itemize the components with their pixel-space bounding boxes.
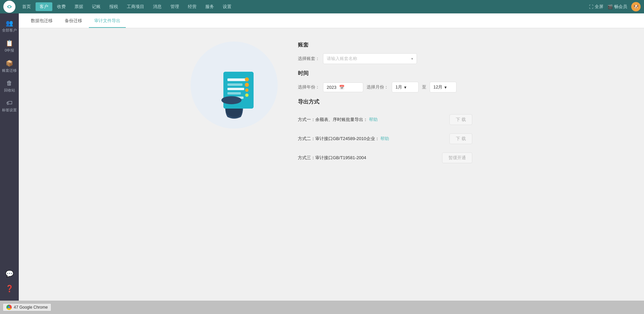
method-2-label: 方式二：审计接口GB/T24589-2010企业： <box>298 136 379 141</box>
method-2-text: 方式二：审计接口GB/T24589-2010企业： 帮助 <box>298 136 389 142</box>
method-2-download-button[interactable]: 下 载 <box>449 133 472 144</box>
fullscreen-button[interactable]: ⛶ 全屏 <box>589 4 603 10</box>
tab-data-migration[interactable]: 数据包迁移 <box>25 14 58 28</box>
method-1-help-link[interactable]: 帮助 <box>369 117 378 122</box>
sidebar-help-icon[interactable]: ❓ <box>3 282 16 295</box>
zero-report-icon: 📋 <box>6 40 13 47</box>
content-area: 数据包迁移 备份迁移 审计文件导出 <box>19 13 644 301</box>
sidebar-item-account-migration[interactable]: 📦 账套迁移 <box>0 56 19 76</box>
month-start-chevron-icon: ▾ <box>404 85 407 90</box>
nav-item-10[interactable]: 服务 <box>201 2 218 11</box>
sidebar-label-zero-report: 0申报 <box>5 48 14 53</box>
tab-backup-migration[interactable]: 备份迁移 <box>59 14 88 28</box>
svg-point-10 <box>245 93 249 97</box>
taskbar-chrome-label: 47 Google Chrome <box>14 305 48 310</box>
illustration <box>191 42 278 129</box>
month-label: 选择月份： <box>367 84 388 90</box>
svg-point-11 <box>221 96 241 104</box>
sidebar-label-migration: 账套迁移 <box>2 68 17 73</box>
method-3-coming-button[interactable]: 暂缓开通 <box>442 152 472 163</box>
sidebar-item-recycle[interactable]: 🗑 回收站 <box>0 76 19 96</box>
export-section-title: 导出方式 <box>298 99 472 106</box>
account-chevron-icon: ▾ <box>411 57 413 61</box>
nav-menu: 首页客户收费票据记账报税工商项目消息管理经营服务设置 <box>18 2 589 11</box>
svg-point-9 <box>245 88 249 92</box>
method-1-text: 方式一：余额表、序时账批量导出： 帮助 <box>298 117 378 123</box>
sidebar-message-icon[interactable]: 💬 <box>3 267 16 280</box>
sidebar-label-recycle: 回收站 <box>4 88 15 93</box>
method-3-text: 方式三：审计接口GB/T19581-2004 <box>298 155 366 161</box>
svg-rect-2 <box>227 78 246 81</box>
account-label: 选择账套： <box>298 56 320 62</box>
nav-item-4[interactable]: 记账 <box>88 2 105 11</box>
account-section-title: 账套 <box>298 42 472 49</box>
sidebar-item-zero-report[interactable]: 📋 0申报 <box>0 36 19 56</box>
account-row: 选择账套： 请输入账套名称 ▾ <box>298 53 472 64</box>
page-content: 账套 选择账套： 请输入账套名称 ▾ 时间 选择年份： 2023 <box>19 28 644 301</box>
chrome-icon <box>6 305 12 310</box>
nav-item-3[interactable]: 票据 <box>70 2 87 11</box>
sidebar-label-tags: 标签设置 <box>2 108 17 113</box>
tabs-bar: 数据包迁移 备份迁移 审计文件导出 <box>19 13 644 28</box>
nav-item-1[interactable]: 客户 <box>36 2 52 11</box>
month-start-select[interactable]: 1月 ▾ <box>392 82 419 92</box>
sidebar-item-tag-settings[interactable]: 🏷 标签设置 <box>0 96 19 116</box>
top-nav: 首页客户收费票据记账报税工商项目消息管理经营服务设置 ⛶ 全屏 🎬 畅会员 🐶 <box>0 0 644 13</box>
month-start-value: 1月 <box>395 84 402 90</box>
nav-item-8[interactable]: 管理 <box>166 2 183 11</box>
year-label: 选择年份： <box>298 84 320 90</box>
export-method-1: 方式一：余额表、序时账批量导出： 帮助 下 载 <box>298 110 472 129</box>
method-3-label: 方式三：审计接口GB/T19581-2004 <box>298 155 366 160</box>
sidebar-bottom: 💬 ❓ <box>0 267 19 301</box>
year-value: 2023 <box>327 85 336 90</box>
time-row: 选择年份： 2023 📅 选择月份： 1月 ▾ 至 12月 <box>298 82 472 92</box>
year-input[interactable]: 2023 📅 <box>323 82 363 92</box>
to-text: 至 <box>422 84 426 90</box>
taskbar-chrome[interactable]: 47 Google Chrome <box>3 303 51 311</box>
svg-point-7 <box>245 77 249 81</box>
vip-button[interactable]: 🎬 畅会员 <box>607 4 627 10</box>
fullscreen-label: 全屏 <box>595 4 603 10</box>
sidebar: 👥 全部客户 📋 0申报 📦 账套迁移 🗑 回收站 🏷 标签设置 💬 ❓ <box>0 13 19 301</box>
month-end-value: 12月 <box>433 84 442 90</box>
taskbar: 47 Google Chrome <box>0 301 644 314</box>
sidebar-label-all-customers: 全部客户 <box>2 28 17 33</box>
migration-icon: 📦 <box>6 60 13 67</box>
svg-rect-4 <box>227 88 244 90</box>
svg-rect-3 <box>227 83 243 86</box>
vip-icon: 🎬 <box>607 4 613 9</box>
main-layout: 👥 全部客户 📋 0申报 📦 账套迁移 🗑 回收站 🏷 标签设置 💬 ❓ 数据包… <box>0 13 644 301</box>
user-avatar[interactable]: 🐶 <box>631 2 641 11</box>
method-1-label: 方式一：余额表、序时账批量导出： <box>298 117 368 122</box>
month-end-chevron-icon: ▾ <box>444 85 447 90</box>
form-panel: 账套 选择账套： 请输入账套名称 ▾ 时间 选择年份： 2023 <box>298 42 472 167</box>
vip-label: 畅会员 <box>614 4 627 10</box>
account-select[interactable]: 请输入账套名称 ▾ <box>323 53 417 64</box>
recycle-icon: 🗑 <box>6 80 12 87</box>
svg-point-8 <box>245 83 249 87</box>
tab-audit-export[interactable]: 审计文件导出 <box>89 14 126 28</box>
export-method-2: 方式二：审计接口GB/T24589-2010企业： 帮助 下 载 <box>298 129 472 148</box>
calendar-icon: 📅 <box>339 85 344 90</box>
export-panel: 账套 选择账套： 请输入账套名称 ▾ 时间 选择年份： 2023 <box>191 35 472 167</box>
nav-item-0[interactable]: 首页 <box>18 2 35 11</box>
customers-icon: 👥 <box>6 19 13 27</box>
method-1-download-button[interactable]: 下 载 <box>449 114 472 125</box>
nav-item-9[interactable]: 经营 <box>184 2 201 11</box>
sidebar-item-all-customers[interactable]: 👥 全部客户 <box>0 16 19 36</box>
export-method-3: 方式三：审计接口GB/T19581-2004 暂缓开通 <box>298 148 472 167</box>
nav-item-2[interactable]: 收费 <box>53 2 70 11</box>
nav-item-5[interactable]: 报税 <box>105 2 122 11</box>
method-2-help-link[interactable]: 帮助 <box>380 136 389 141</box>
time-section-title: 时间 <box>298 70 472 77</box>
nav-item-11[interactable]: 设置 <box>219 2 235 11</box>
month-end-select[interactable]: 12月 ▾ <box>430 82 457 92</box>
fullscreen-icon: ⛶ <box>589 4 593 9</box>
app-logo <box>3 1 15 13</box>
nav-item-6[interactable]: 工商项目 <box>123 2 148 11</box>
tag-icon: 🏷 <box>6 100 12 107</box>
svg-rect-5 <box>227 92 241 95</box>
nav-item-7[interactable]: 消息 <box>149 2 166 11</box>
nav-right: ⛶ 全屏 🎬 畅会员 🐶 <box>589 2 641 11</box>
account-placeholder: 请输入账套名称 <box>327 56 357 62</box>
